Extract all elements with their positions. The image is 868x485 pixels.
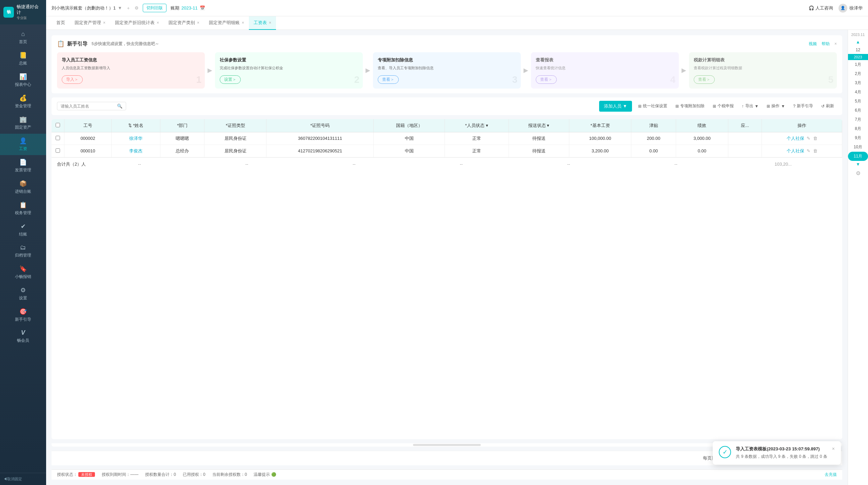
step-2-btn[interactable]: 设置＞ [220,75,241,84]
tab-categories[interactable]: 固定资产类别 × [164,16,204,30]
tab-close-icon[interactable]: × [103,20,105,25]
guide-video-link[interactable]: 视频 [809,41,817,47]
sidebar-item-label: 固定资产 [15,125,31,130]
step-3-btn[interactable]: 查看＞ [378,75,399,84]
unpin-button[interactable]: ◀取消固定 [0,473,46,485]
sidebar-item-funds[interactable]: 💰 资金管理 [0,91,46,112]
search-icon[interactable]: 🔍 [117,104,122,109]
gear-icon[interactable]: ⚙ [135,5,139,11]
calendar-icon[interactable]: 📅 [200,5,205,11]
tab-home[interactable]: 首页 [52,16,70,30]
tax-report-btn[interactable]: ⊞ 个税申报 [710,102,736,110]
performance-cell: 3,000.00 [676,132,728,145]
cal-year-2023[interactable]: 2023 [848,54,868,60]
cal-month-6[interactable]: 6月 [848,106,868,115]
guide-link-btn[interactable]: ? 新手引导 [790,102,816,110]
name-link[interactable]: 徐泽华 [129,136,142,141]
guide-link-icon: ? [793,104,795,109]
step-5-btn[interactable]: 查看＞ [694,75,715,84]
step-3-num: 3 [512,74,517,85]
sidebar-item-home[interactable]: ⌂ 首页 [0,27,46,48]
sidebar-item-close[interactable]: ✔ 结账 [0,219,46,241]
cal-month-2[interactable]: 2月 [848,69,868,78]
operate-btn[interactable]: ⊞ 操作 ▼ [764,102,788,110]
account-selector[interactable]: 刘小艳演示账套（勿删勿动！）1 ▼ [52,5,122,11]
switch-old-btn[interactable]: 切到旧版 [143,4,166,12]
edit-icon[interactable]: ✎ [807,148,810,153]
name-link[interactable]: 李俊杰 [129,148,142,153]
sidebar: 畅 畅捷通好会计 专业版 ⌂ 首页 📒 总账 📊 报表中心 💰 资金管理 🏢 固… [0,0,46,485]
cal-month-10[interactable]: 10月 [848,143,868,152]
tab-close-icon[interactable]: × [157,20,159,25]
action-link[interactable]: 个人社保 [787,136,804,141]
tab-close-icon[interactable]: × [242,20,244,25]
sidebar-item-label: 结账 [19,231,27,237]
search-input-wrap: 🔍 [57,102,126,110]
cal-month-11[interactable]: 11月 [848,152,868,161]
nationality-cell: 中国 [374,145,445,157]
calendar-up-btn[interactable]: ▲ [854,38,862,46]
total-auth: 授权数量合计：0 [145,472,176,478]
row-checkbox[interactable] [56,136,60,140]
tab-payroll-table[interactable]: 工资表 × [249,16,276,30]
headphone-icon: 🎧 [809,5,814,11]
search-input[interactable] [61,104,115,109]
sidebar-item-invoices[interactable]: 📄 发票管理 [0,155,46,176]
ai-consult-btn[interactable]: 🎧 人工咨询 [809,5,833,11]
delete-icon[interactable]: 🗑 [813,148,817,153]
emp-no-cell: 000002 [64,132,112,145]
cal-month-8[interactable]: 8月 [848,124,868,133]
refresh-btn[interactable]: ↺ 刷新 [818,102,837,110]
cal-month-9[interactable]: 9月 [848,133,868,143]
sidebar-item-guide[interactable]: 🎯 新手引导 [0,304,46,326]
sidebar-item-expense[interactable]: 🔖 小畅报销 [0,262,46,283]
add-person-button[interactable]: 添加人员 ▼ [599,101,632,112]
action-link[interactable]: 个人社保 [787,148,804,153]
guide-help-link[interactable]: 帮助 [822,41,830,47]
tab-depreciation[interactable]: 固定资产折旧统计表 × [110,16,164,30]
special-deduction-btn[interactable]: ⊞ 专项附加扣除 [673,102,707,110]
step-4-btn[interactable]: 查看＞ [536,75,557,84]
period-value[interactable]: 2023-11 [181,5,198,11]
calendar-down-btn[interactable]: ▲ [854,161,862,169]
export-btn[interactable]: ↑ 导出 ▼ [739,102,762,110]
select-all-checkbox[interactable] [56,123,60,127]
cal-month-12[interactable]: 12 [848,46,868,54]
warning-label: 温馨提示 🟢 [254,472,276,478]
step-1-btn[interactable]: 导入＞ [62,75,83,84]
cal-month-5[interactable]: 5月 [848,97,868,106]
sidebar-item-settings[interactable]: ⚙ 设置 [0,283,46,304]
sidebar-item-tax[interactable]: 📋 税务管理 [0,198,46,219]
social-insurance-btn[interactable]: ⊞ 统一社保设置 [635,102,670,110]
edit-icon[interactable]: ✎ [807,136,810,141]
sidebar-item-inventory[interactable]: 📦 进销台账 [0,176,46,198]
sidebar-item-reports[interactable]: 📊 报表中心 [0,70,46,91]
delete-icon[interactable]: 🗑 [813,136,817,141]
sidebar-item-member[interactable]: V 畅会员 [0,326,46,347]
cal-month-7[interactable]: 7月 [848,115,868,124]
auth-status-badge: 未授权 [78,472,95,477]
operate-icon: ⊞ [767,104,770,109]
sidebar-item-payroll[interactable]: 👤 工资 [0,134,46,155]
sidebar-item-archive[interactable]: 🗂 归档管理 [0,241,46,262]
table-footer: 合计共（2）人 -- -- -- -- -- -- 103,20... [52,157,842,171]
tab-close-icon[interactable]: × [269,20,271,25]
add-account-icon[interactable]: ＋ [126,5,131,11]
cal-month-1[interactable]: 1月 [848,60,868,69]
cal-month-4[interactable]: 4月 [848,88,868,97]
step-3-desc: 查看、导入员工专项附加扣除信息 [378,65,516,71]
tab-close-icon[interactable]: × [197,20,199,25]
guide-close-btn[interactable]: × [834,41,837,46]
notif-close-btn[interactable]: × [832,446,835,451]
tab-fixed-assets-mgmt[interactable]: 固定资产管理 × [70,16,110,30]
row-checkbox[interactable] [56,148,60,153]
col-performance: 绩效 [676,119,728,132]
tab-detail[interactable]: 固定资产明细账 × [204,16,249,30]
user-info[interactable]: 👤 徐泽华 [839,4,863,13]
sidebar-item-ledger[interactable]: 📒 总账 [0,48,46,70]
renew-link[interactable]: 去充值 [825,472,837,478]
sidebar-item-fixed-assets[interactable]: 🏢 固定资产 [0,112,46,134]
username: 徐泽华 [849,5,863,11]
cal-month-3[interactable]: 3月 [848,78,868,88]
calendar-settings-icon[interactable]: ⚙ [854,169,862,178]
